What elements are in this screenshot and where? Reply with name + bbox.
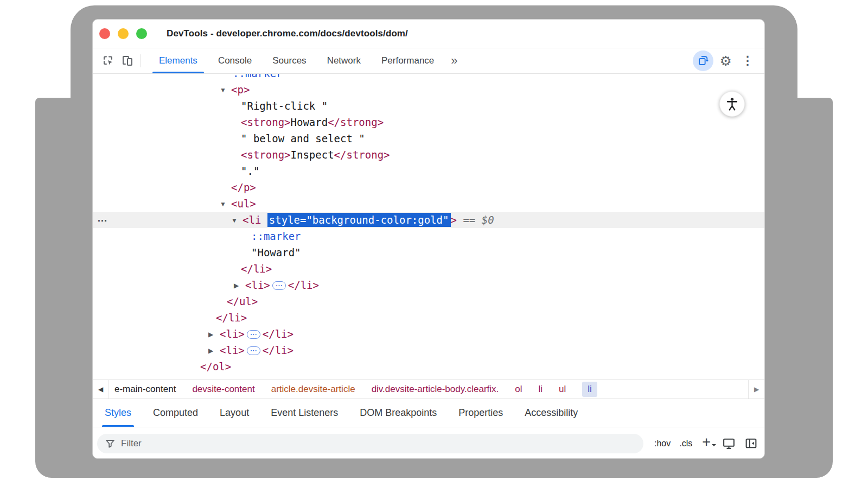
dom-tree-line[interactable]: ▶<li>⋯</li> xyxy=(93,326,764,342)
selected-style-attribute: style="background-color:gold" xyxy=(267,213,451,227)
dom-tree-line[interactable]: </ul> xyxy=(93,293,764,309)
filter-input[interactable] xyxy=(121,438,636,449)
breadcrumb-item-div-devsite-article-body-clearfix-[interactable]: div.devsite-article-body.clearfix. xyxy=(372,384,499,395)
dom-tree-line[interactable]: </li> xyxy=(93,261,764,277)
zoom-button[interactable] xyxy=(136,28,147,39)
dom-tree-line[interactable]: ▼<p> xyxy=(93,81,764,98)
styles-filter-bar: :hov .cls + xyxy=(93,427,764,459)
device-toolbar-icon[interactable] xyxy=(118,51,137,71)
toolbar-right: ⚙ ⋮ xyxy=(693,50,759,71)
breadcrumb-list: e-main-contentdevsite-contentarticle.dev… xyxy=(109,380,748,399)
breadcrumb-item-e-main-content[interactable]: e-main-content xyxy=(114,384,176,395)
code-tag: </ol> xyxy=(200,361,231,372)
code-text: Howard xyxy=(291,116,328,128)
tab-performance[interactable]: Performance xyxy=(371,48,444,73)
accessibility-button[interactable] xyxy=(719,91,745,117)
minimize-button[interactable] xyxy=(118,28,129,39)
tab-sources[interactable]: Sources xyxy=(262,48,316,73)
tab-console[interactable]: Console xyxy=(208,48,262,73)
dom-tree-line[interactable]: " below and select " xyxy=(93,130,764,147)
row-menu-dots-icon[interactable]: … xyxy=(97,210,108,226)
toggle-sidebar-icon[interactable] xyxy=(744,437,758,450)
code-tag: </p> xyxy=(231,181,256,193)
twisty-closed-icon[interactable]: ▶ xyxy=(208,343,220,359)
code-tag: > xyxy=(451,214,457,226)
ellipsis-expand-button[interactable]: ⋯ xyxy=(247,330,260,339)
twisty-open-icon[interactable]: ▼ xyxy=(231,212,242,229)
inspect-element-icon[interactable] xyxy=(98,51,118,71)
breadcrumb-item-devsite-content[interactable]: devsite-content xyxy=(192,384,254,395)
twisty-open-icon[interactable]: ▼ xyxy=(220,82,231,98)
dom-tree-line[interactable]: "Right-click " xyxy=(93,98,764,114)
code-tag: <strong> xyxy=(241,149,291,161)
code-text: "." xyxy=(241,165,259,177)
more-tabs-button[interactable]: » xyxy=(444,54,464,68)
dom-tree: ::marker▼<p>"Right-click "<strong>Howard… xyxy=(93,74,764,380)
code-text: "Right-click " xyxy=(241,100,328,112)
element-class-button[interactable]: .cls xyxy=(679,439,692,448)
breadcrumb-item-article-devsite-article[interactable]: article.devsite-article xyxy=(271,384,355,395)
equals-equals: == xyxy=(457,214,482,226)
dom-tree-line[interactable]: </p> xyxy=(93,179,764,195)
stage: DevTools - developer.chrome.com/docs/dev… xyxy=(0,0,868,493)
dom-tree-line[interactable]: </li> xyxy=(93,309,764,326)
twisty-open-icon[interactable]: ▼ xyxy=(220,196,231,212)
code-tag: <p> xyxy=(231,84,250,96)
more-options-icon[interactable]: ⋮ xyxy=(738,54,757,68)
dom-tree-line[interactable]: ::marker xyxy=(93,228,764,244)
dom-tree-line-selected[interactable]: …▼<li style="background-color:gold"> == … xyxy=(93,212,764,228)
screen-rotation-icon[interactable] xyxy=(693,50,713,71)
code-tag: <li> xyxy=(220,344,245,356)
dom-tree-line[interactable]: "." xyxy=(93,163,764,179)
new-style-rule-button[interactable]: + xyxy=(701,435,713,452)
code-tag: <strong> xyxy=(241,116,291,128)
filter-field[interactable] xyxy=(97,434,643,453)
dom-tree-line[interactable]: ▶<li>⋯</li> xyxy=(93,342,764,358)
pane-tab-layout[interactable]: Layout xyxy=(209,399,260,427)
ellipsis-expand-button[interactable]: ⋯ xyxy=(272,281,286,290)
pane-tab-properties[interactable]: Properties xyxy=(448,399,514,427)
breadcrumb-item-li[interactable]: li xyxy=(582,382,597,397)
dom-tree-line[interactable]: ▶<li>⋯</li> xyxy=(93,277,764,293)
devtools-toolbar: ElementsConsoleSourcesNetworkPerformance… xyxy=(93,48,764,74)
tab-elements[interactable]: Elements xyxy=(149,48,208,73)
breadcrumb-scroll-left-icon[interactable]: ◀ xyxy=(93,380,109,399)
dom-tree-line[interactable]: ▼<ul> xyxy=(93,195,764,212)
twisty-closed-icon[interactable]: ▶ xyxy=(208,326,220,343)
code-text: " below and select " xyxy=(241,132,365,144)
close-button[interactable] xyxy=(99,28,110,39)
dom-tree-line[interactable]: ::marker xyxy=(93,74,764,81)
code-tag: </strong> xyxy=(334,149,390,161)
pane-tab-event-listeners[interactable]: Event Listeners xyxy=(260,399,349,427)
breadcrumb-item-ul[interactable]: ul xyxy=(559,384,566,395)
pseudo-element-marker: ::marker xyxy=(251,230,301,242)
breadcrumb-item-ol[interactable]: ol xyxy=(515,384,522,395)
dom-tree-line[interactable]: </ol> xyxy=(93,358,764,375)
title-bar: DevTools - developer.chrome.com/docs/dev… xyxy=(93,20,764,48)
filter-funnel-icon xyxy=(105,438,116,449)
dom-tree-line[interactable]: <strong>Inspect</strong> xyxy=(93,147,764,163)
devtools-window: DevTools - developer.chrome.com/docs/dev… xyxy=(92,19,765,459)
rendering-monitor-icon[interactable] xyxy=(722,437,736,450)
ellipsis-expand-button[interactable]: ⋯ xyxy=(247,346,260,355)
dom-tree-line[interactable]: "Howard" xyxy=(93,244,764,261)
code-tag: </li> xyxy=(263,328,293,340)
accessibility-icon xyxy=(725,97,739,111)
breadcrumb-item-li[interactable]: li xyxy=(539,384,543,395)
breadcrumb-scroll-right-icon[interactable]: ▶ xyxy=(748,380,764,399)
pane-tab-accessibility[interactable]: Accessibility xyxy=(514,399,589,427)
pane-tab-styles[interactable]: Styles xyxy=(94,399,142,427)
pane-tab-dom-breakpoints[interactable]: DOM Breakpoints xyxy=(349,399,448,427)
settings-gear-icon[interactable]: ⚙ xyxy=(720,54,732,68)
code-tag: </li> xyxy=(288,279,319,291)
dom-tree-line[interactable]: <strong>Howard</strong> xyxy=(93,114,764,130)
pane-tab-computed[interactable]: Computed xyxy=(142,399,209,427)
code-tag: </strong> xyxy=(328,116,384,128)
twisty-closed-icon[interactable]: ▶ xyxy=(234,277,245,294)
code-tag: <li xyxy=(242,214,267,226)
code-text: "Howard" xyxy=(251,246,301,258)
tab-network[interactable]: Network xyxy=(317,48,371,73)
code-tag: <ul> xyxy=(231,198,256,210)
element-state-button[interactable]: :hov xyxy=(654,439,671,448)
code-tag: </li> xyxy=(263,344,293,356)
